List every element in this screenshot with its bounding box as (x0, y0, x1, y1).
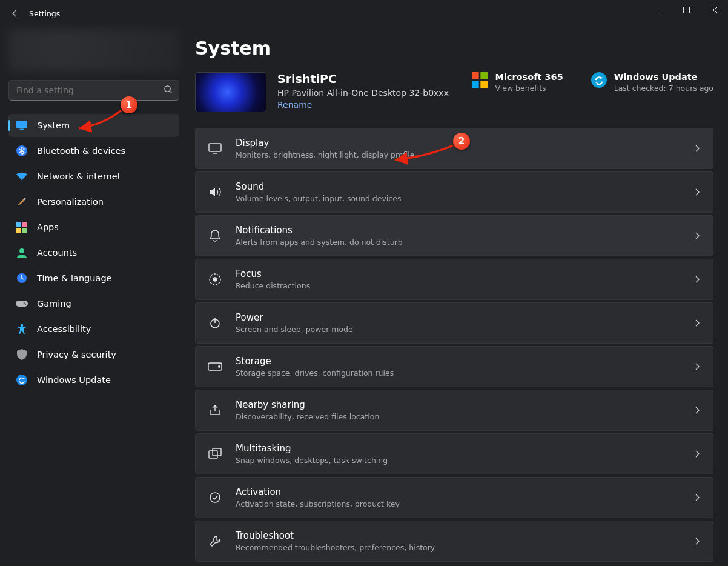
row-sub: Volume levels, output, input, sound devi… (236, 194, 680, 203)
sidebar-item-bluetooth[interactable]: Bluetooth & devices (8, 139, 179, 162)
close-button[interactable] (700, 0, 728, 19)
row-display[interactable]: DisplayMonitors, brightness, night light… (195, 128, 713, 169)
sidebar-item-time-language[interactable]: Time & language (8, 267, 179, 290)
svg-rect-19 (472, 81, 479, 88)
row-activation[interactable]: ActivationActivation state, subscription… (195, 477, 713, 518)
wrench-icon (208, 534, 222, 548)
search-box[interactable] (8, 80, 179, 101)
row-troubleshoot[interactable]: TroubleshootRecommended troubleshooters,… (195, 521, 713, 562)
bluetooth-icon (16, 145, 28, 157)
search-icon (164, 85, 173, 96)
update-subtitle: Last checked: 7 hours ago (614, 84, 713, 93)
svg-point-13 (24, 302, 25, 304)
row-title: Multitasking (236, 443, 680, 454)
svg-rect-0 (683, 7, 689, 13)
svg-rect-22 (209, 144, 221, 151)
window-controls (644, 0, 728, 22)
row-focus[interactable]: FocusReduce distractions (195, 259, 713, 300)
svg-point-21 (591, 72, 607, 88)
row-title: Power (236, 312, 680, 323)
row-multitasking[interactable]: MultitaskingSnap windows, desktops, task… (195, 433, 713, 474)
row-title: Storage (236, 356, 680, 367)
shield-icon (16, 348, 28, 361)
sidebar-item-label: System (37, 121, 70, 130)
pc-thumbnail (195, 72, 266, 112)
titlebar: Settings (0, 0, 728, 27)
row-storage[interactable]: StorageStorage space, drives, configurat… (195, 346, 713, 387)
row-sub: Storage space, drives, configuration rul… (236, 368, 680, 378)
chevron-right-icon (693, 405, 701, 416)
minimize-button[interactable] (644, 0, 672, 19)
pc-info: SrishtiPC HP Pavilion All-in-One Desktop… (277, 72, 461, 110)
sidebar-item-label: Personalization (37, 197, 104, 207)
sidebar-item-label: Windows Update (37, 375, 111, 385)
row-title: Activation (236, 487, 680, 498)
sidebar-item-privacy[interactable]: Privacy & security (8, 343, 179, 366)
sidebar-item-gaming[interactable]: Gaming (8, 292, 179, 315)
row-notifications[interactable]: NotificationsAlerts from apps and system… (195, 215, 713, 256)
svg-rect-9 (22, 228, 27, 233)
windows-update-icon (591, 72, 607, 88)
row-nearby-sharing[interactable]: Nearby sharingDiscoverability, received … (195, 390, 713, 431)
sidebar-item-system[interactable]: System (8, 114, 179, 137)
row-sub: Screen and sleep, power mode (236, 325, 680, 334)
user-account-block[interactable] (8, 29, 179, 72)
power-icon (208, 316, 222, 330)
rename-link[interactable]: Rename (277, 100, 312, 110)
storage-icon (208, 359, 222, 374)
row-power[interactable]: PowerScreen and sleep, power mode (195, 302, 713, 344)
svg-rect-7 (22, 222, 27, 227)
maximize-button[interactable] (672, 0, 700, 19)
svg-point-30 (210, 493, 220, 502)
sidebar-item-label: Time & language (37, 273, 112, 283)
sidebar-item-accessibility[interactable]: Accessibility (8, 318, 179, 341)
sidebar-item-label: Bluetooth & devices (37, 146, 125, 156)
pc-header-row: SrishtiPC HP Pavilion All-in-One Desktop… (195, 72, 713, 112)
focus-icon (208, 272, 222, 287)
svg-rect-12 (16, 301, 28, 307)
search-input[interactable] (15, 85, 164, 96)
row-title: Notifications (236, 225, 680, 236)
wifi-icon (16, 170, 28, 182)
svg-rect-6 (16, 222, 21, 227)
row-sub: Discoverability, received files location (236, 412, 680, 421)
clock-icon (16, 272, 28, 284)
sidebar-item-label: Privacy & security (37, 350, 116, 359)
sidebar-item-update[interactable]: Windows Update (8, 368, 179, 391)
pc-model: HP Pavilion All-in-One Desktop 32-b0xxx (277, 88, 461, 98)
windows-update-block[interactable]: Windows Update Last checked: 7 hours ago (591, 72, 713, 93)
minimize-icon (655, 7, 662, 13)
sidebar-item-label: Accessibility (37, 324, 91, 334)
row-sound[interactable]: SoundVolume levels, output, input, sound… (195, 171, 713, 213)
sidebar-item-personalization[interactable]: Personalization (8, 190, 179, 213)
share-icon (208, 403, 222, 418)
sidebar-item-label: Apps (37, 222, 59, 232)
row-title: Sound (236, 181, 680, 192)
svg-rect-2 (16, 121, 27, 128)
svg-point-27 (219, 366, 220, 368)
back-button[interactable] (4, 2, 25, 24)
annotation-marker-2: 2 (453, 133, 470, 150)
monitor-icon (16, 119, 28, 132)
svg-point-24 (213, 278, 217, 281)
annotation-marker-1: 1 (121, 96, 137, 113)
svg-rect-18 (481, 72, 488, 79)
update-title: Windows Update (614, 72, 713, 82)
update-icon (16, 374, 28, 386)
svg-point-14 (25, 304, 27, 305)
maximize-icon (683, 7, 690, 13)
sidebar-item-network[interactable]: Network & internet (8, 165, 179, 188)
sidebar-item-label: Gaming (37, 299, 71, 308)
chevron-right-icon (693, 318, 701, 329)
sidebar-item-accounts[interactable]: Accounts (8, 241, 179, 264)
svg-point-16 (16, 375, 27, 385)
svg-point-10 (19, 248, 24, 253)
microsoft-365-block[interactable]: Microsoft 365 View benefits (472, 72, 563, 93)
svg-point-1 (165, 85, 170, 91)
settings-list: DisplayMonitors, brightness, night light… (195, 128, 713, 562)
sidebar-item-apps[interactable]: Apps (8, 216, 179, 239)
chevron-right-icon (693, 143, 701, 155)
chevron-right-icon (693, 187, 701, 198)
sidebar: System Bluetooth & devices Network & int… (0, 27, 188, 566)
row-title: Nearby sharing (236, 399, 680, 410)
